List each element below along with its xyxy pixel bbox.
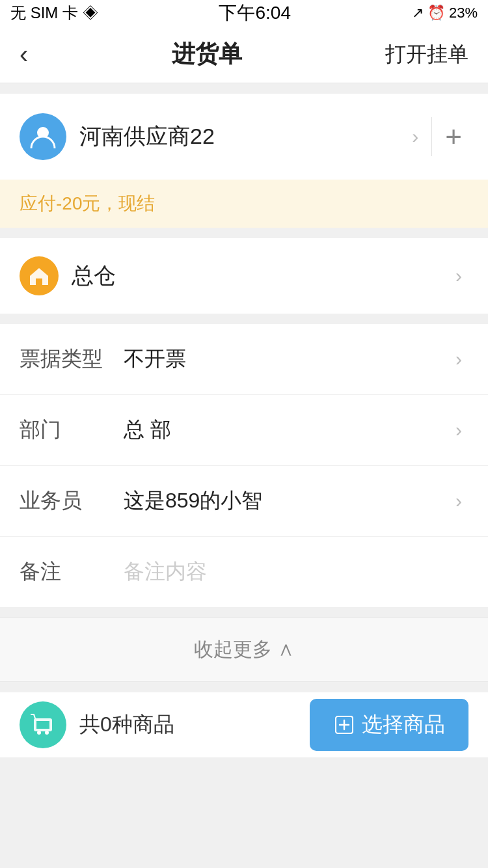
staff-row[interactable]: 业务员 这是859的小智 ›	[0, 466, 488, 537]
svg-point-3	[37, 731, 41, 735]
staff-label: 业务员	[20, 487, 111, 515]
remark-label: 备注	[20, 558, 111, 586]
remark-input[interactable]: 备注内容	[124, 558, 468, 586]
divider-1	[0, 83, 488, 94]
invoice-row[interactable]: 票据类型 不开票 ›	[0, 324, 488, 395]
nav-bar: ‹ 进货单 打开挂单	[0, 26, 488, 83]
warehouse-chevron-icon: ›	[455, 265, 462, 287]
svg-point-4	[45, 731, 49, 735]
warehouse-icon	[20, 256, 59, 295]
supplier-chevron-icon: ›	[412, 126, 418, 148]
supplier-avatar	[20, 113, 66, 160]
notice-bar: 应付-20元，现结	[0, 180, 488, 228]
warehouse-name: 总仓	[72, 261, 455, 291]
status-left: 无 SIM 卡 ◈	[10, 3, 98, 23]
product-count: 共0种商品	[79, 711, 310, 739]
supplier-row[interactable]: 河南供应商22 ›	[20, 94, 425, 180]
svg-rect-1	[36, 278, 42, 285]
staff-chevron-icon: ›	[455, 490, 462, 512]
empty-area	[0, 757, 488, 868]
invoice-label: 票据类型	[20, 345, 111, 373]
page-title: 进货单	[172, 38, 242, 70]
form-section: 票据类型 不开票 › 部门 总 部 › 业务员 这是859的小智 › 备注 备注…	[0, 324, 488, 607]
sim-text: 无 SIM 卡 ◈	[10, 3, 98, 23]
cart-svg-icon	[30, 712, 56, 738]
invoice-chevron-icon: ›	[455, 348, 462, 370]
status-time: 下午6:04	[219, 1, 291, 25]
dept-value: 总 部	[124, 416, 455, 444]
dept-row[interactable]: 部门 总 部 ›	[0, 395, 488, 466]
battery-text: ↗ ⏰ 23%	[412, 5, 478, 21]
dept-label: 部门	[20, 416, 111, 444]
supplier-section: 河南供应商22 › +	[0, 94, 488, 180]
supplier-name: 河南供应商22	[79, 122, 412, 152]
collapse-button[interactable]: 收起更多 ∧	[0, 617, 488, 682]
cart-icon	[20, 701, 66, 748]
staff-value: 这是859的小智	[124, 487, 455, 515]
dept-chevron-icon: ›	[455, 419, 462, 441]
status-bar: 无 SIM 卡 ◈ 下午6:04 ↗ ⏰ 23%	[0, 0, 488, 26]
vertical-divider	[431, 117, 432, 156]
open-pending-button[interactable]: 打开挂单	[385, 40, 468, 69]
status-right: ↗ ⏰ 23%	[412, 5, 478, 21]
select-product-button[interactable]: 选择商品	[310, 699, 468, 751]
back-button[interactable]: ‹	[20, 40, 28, 69]
select-product-label: 选择商品	[362, 711, 445, 739]
warehouse-section[interactable]: 总仓 ›	[0, 238, 488, 314]
warehouse-row[interactable]: 总仓 ›	[20, 238, 468, 314]
invoice-value: 不开票	[124, 345, 455, 373]
remark-row[interactable]: 备注 备注内容	[0, 537, 488, 607]
person-icon	[29, 122, 57, 151]
footer-section: 共0种商品 选择商品	[0, 692, 488, 757]
warehouse-svg-icon	[27, 264, 51, 288]
add-supplier-button[interactable]: +	[439, 120, 468, 153]
select-product-icon	[333, 714, 355, 736]
